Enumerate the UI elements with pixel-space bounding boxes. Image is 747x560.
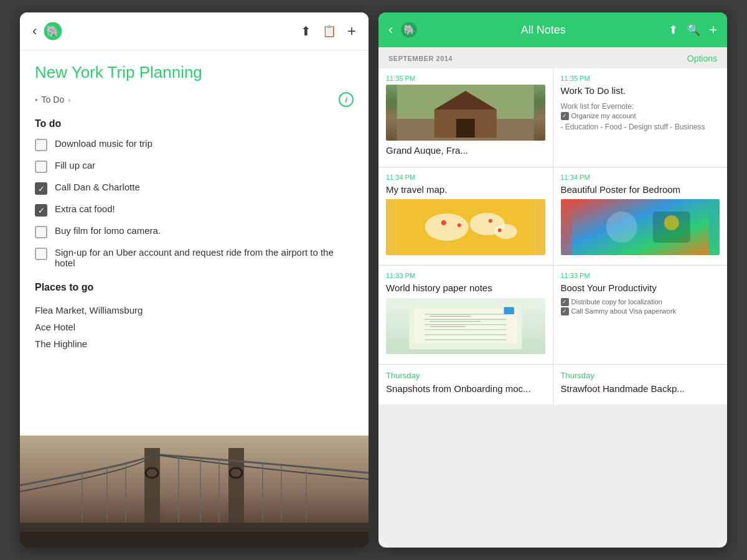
todo-item: Buy film for lomo camera. — [35, 225, 354, 238]
places-section: Places to go Flea Market, Williamsburg A… — [35, 282, 354, 352]
thursday-label-2: Thursday — [561, 371, 720, 380]
svg-rect-17 — [20, 532, 369, 548]
svg-rect-38 — [415, 308, 517, 344]
note-card-worktodo[interactable]: 11:35 PM Work To Do list. Work list for … — [553, 68, 728, 167]
todo-item: Fill up car — [35, 160, 354, 173]
checkbox-2[interactable] — [35, 161, 47, 173]
right-header: ‹ 🐘 All Notes ⬆ 🔍 + — [378, 12, 727, 47]
note-title-poster: Beautiful Poster for Bedroom — [561, 184, 720, 196]
right-header-title: All Notes — [425, 24, 661, 37]
todo-section-title: To do — [35, 118, 354, 129]
note-card-boost[interactable]: 11:33 PM Boost Your Productivity ✓ Distr… — [553, 266, 728, 364]
note-extra-worktodo: - Education - Food - Design stuff - Busi… — [561, 121, 720, 133]
svg-text:🐘: 🐘 — [46, 24, 60, 38]
mini-check-call: ✓ — [561, 307, 569, 315]
note-title-barn: Grand Auque, Fra... — [386, 144, 545, 157]
note-card-poster[interactable]: 11:34 PM Beautiful Poster for Bedroom — [553, 167, 728, 266]
notebook-tag: ▪ To Do › i — [35, 92, 354, 107]
notebook-name[interactable]: To Do — [42, 95, 65, 105]
todo-text-5: Buy film for lomo camera. — [55, 225, 161, 236]
note-card-strawfoot[interactable]: Thursday Strawfoot Handmade Backp... — [553, 365, 728, 405]
svg-point-36 — [664, 215, 679, 230]
back-icon[interactable]: ‹ — [32, 23, 37, 39]
note-title-strawfoot: Strawfoot Handmade Backp... — [561, 383, 720, 395]
svg-rect-24 — [456, 119, 475, 138]
places-list: Flea Market, Williamsburg Ace Hotel The … — [35, 302, 354, 352]
checkbox-4[interactable]: ✓ — [35, 204, 47, 217]
poster-thumbnail — [561, 199, 720, 255]
right-add-icon[interactable]: + — [709, 22, 717, 38]
todo-item: Sign-up for an Uber account and request … — [35, 247, 354, 268]
note-card-barn[interactable]: 11:35 PM — [378, 68, 553, 167]
note-preview-worktodo: Work list for Evernote: — [561, 101, 720, 112]
note-title-boost: Boost Your Productivity — [561, 282, 720, 294]
place-2: Ace Hotel — [35, 319, 354, 335]
note-time-1: 11:35 PM — [386, 75, 545, 82]
svg-point-29 — [441, 220, 446, 225]
options-button[interactable]: Options — [687, 54, 717, 63]
svg-text:🐘: 🐘 — [403, 24, 416, 35]
notebook-icon[interactable]: 📋 — [322, 24, 336, 38]
info-icon[interactable]: i — [339, 92, 354, 107]
note-checkbox-distribute: ✓ Distribute copy for localization — [561, 298, 720, 306]
svg-point-32 — [498, 228, 502, 232]
notebook-tag-icon: ▪ — [35, 95, 38, 105]
left-content: New York Trip Planning ▪ To Do › i To do… — [20, 50, 369, 436]
left-header: ‹ 🐘 ⬆ 📋 + — [20, 12, 369, 50]
notebook-chevron-icon: › — [68, 95, 70, 105]
note-title-worktodo: Work To Do list. — [561, 85, 720, 97]
note-time-2: 11:35 PM — [561, 75, 720, 82]
svg-point-31 — [489, 219, 492, 223]
right-header-icons: ⬆ 🔍 + — [669, 22, 717, 38]
left-header-left: ‹ 🐘 — [32, 21, 63, 41]
right-search-icon[interactable]: 🔍 — [687, 23, 700, 37]
map-thumbnail — [386, 199, 545, 255]
places-section-title: Places to go — [35, 282, 354, 293]
section-header: SEPTEMBER 2014 Options — [378, 47, 727, 68]
add-icon[interactable]: + — [347, 22, 356, 40]
mini-check-organize: ✓ — [561, 112, 569, 120]
note-title-snapshots: Snapshots from Onboarding moc... — [386, 383, 545, 395]
section-date: SEPTEMBER 2014 — [388, 55, 453, 62]
note-time-4: 11:34 PM — [561, 174, 720, 181]
checkbox-3[interactable]: ✓ — [35, 182, 47, 195]
svg-point-26 — [425, 213, 469, 241]
note-card-history[interactable]: 11:33 PM World history paper notes — [378, 266, 553, 364]
checkbox-6[interactable] — [35, 248, 47, 260]
note-checkbox-call: ✓ Call Sammy about Visa paperwork — [561, 307, 720, 315]
svg-point-28 — [495, 224, 517, 239]
todo-text-6: Sign-up for an Uber account and request … — [55, 247, 354, 268]
notebook-thumbnail — [386, 298, 545, 354]
svg-rect-48 — [504, 307, 514, 314]
note-title-history: World history paper notes — [386, 282, 545, 294]
mini-check-label-distribute: Distribute copy for localization — [571, 298, 662, 306]
right-back-icon[interactable]: ‹ — [388, 22, 393, 38]
bridge-image — [20, 436, 369, 548]
checkbox-5[interactable] — [35, 226, 47, 238]
evernote-logo-icon: 🐘 — [43, 21, 63, 41]
note-time-6: 11:33 PM — [561, 272, 720, 279]
todo-text-3: Call Dan & Charlotte — [55, 182, 140, 192]
thursday-label-1: Thursday — [386, 371, 545, 380]
barn-thumbnail — [386, 85, 545, 141]
note-title-map: My travel map. — [386, 184, 545, 196]
todo-list: Download music for trip Fill up car ✓ Ca… — [35, 138, 354, 268]
todo-text-2: Fill up car — [55, 160, 95, 170]
notes-grid: 11:35 PM — [378, 68, 727, 404]
checkbox-1[interactable] — [35, 139, 47, 151]
right-panel: ‹ 🐘 All Notes ⬆ 🔍 + SEPTEMBER 2014 Optio… — [378, 12, 727, 548]
note-card-snapshots[interactable]: Thursday Snapshots from Onboarding moc..… — [378, 365, 553, 405]
place-1: Flea Market, Williamsburg — [35, 302, 354, 319]
svg-rect-16 — [20, 523, 369, 532]
mini-check-label-call: Call Sammy about Visa paperwork — [571, 307, 677, 315]
note-card-map[interactable]: 11:34 PM My travel map. — [378, 167, 553, 266]
todo-item: ✓ Extra cat food! — [35, 203, 354, 217]
mini-check-label-organize: Organize my account — [571, 112, 636, 119]
screens-container: ‹ 🐘 ⬆ 📋 + New York Trip Planning ▪ To Do… — [0, 0, 747, 560]
right-share-icon[interactable]: ⬆ — [669, 23, 678, 37]
share-icon[interactable]: ⬆ — [301, 24, 311, 39]
note-time-3: 11:34 PM — [386, 174, 545, 181]
right-evernote-logo-icon: 🐘 — [400, 21, 418, 39]
todo-text-1: Download music for trip — [55, 138, 153, 149]
todo-item: Download music for trip — [35, 138, 354, 151]
